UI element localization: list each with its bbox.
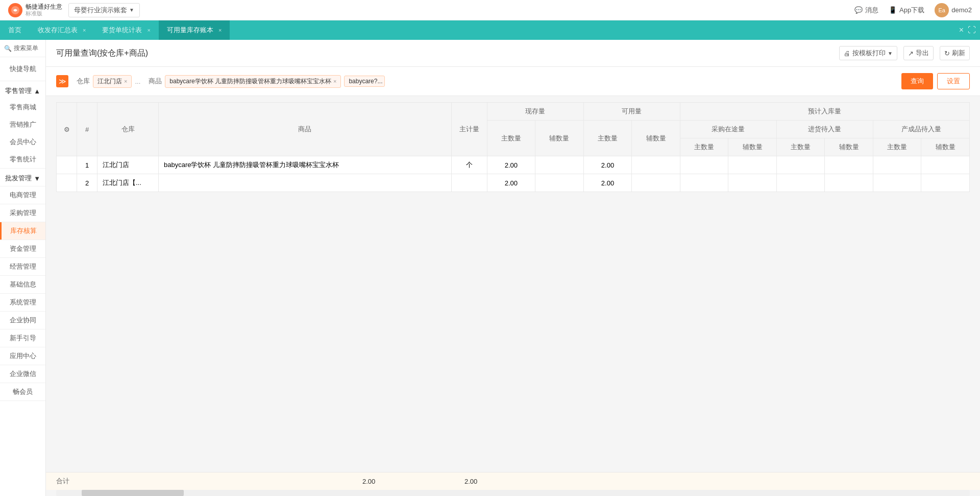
- sidebar-item-vip[interactable]: 畅会员: [0, 383, 45, 400]
- filter-toggle-button[interactable]: ≫: [56, 75, 68, 87]
- quick-nav: 快捷导航: [0, 57, 45, 81]
- col-stock-group: 现存量: [487, 103, 583, 121]
- sidebar-item-retail-stats[interactable]: 零售统计: [0, 151, 45, 168]
- sidebar: 🔍 搜索菜单 快捷导航 零售管理 ▲ 零售商城 营销推广 会员中心 零售统计 批…: [0, 40, 46, 496]
- sidebar-item-ops[interactable]: 经营管理: [0, 258, 45, 275]
- product-tag-2[interactable]: babycare?...: [344, 76, 385, 87]
- sidebar-item-inventory[interactable]: 库存核算: [0, 222, 45, 240]
- cell-incoming-main: [776, 156, 825, 174]
- search-icon: 🔍: [4, 45, 12, 52]
- tab-close-order[interactable]: ×: [147, 27, 150, 33]
- cell-product: [159, 174, 452, 192]
- chevron-up-icon: ▲: [34, 87, 40, 95]
- col-unit: 主计量: [451, 103, 487, 156]
- sidebar-item-base[interactable]: 基础信息: [0, 276, 45, 293]
- cell-rownum: 1: [77, 156, 97, 174]
- cell-stock-aux: [535, 174, 584, 192]
- tab-order[interactable]: 要货单统计表 ×: [94, 20, 158, 40]
- warehouse-more-button[interactable]: ...: [135, 78, 140, 85]
- col-incoming: 进货待入量: [776, 121, 873, 138]
- tab-close-available[interactable]: ×: [218, 27, 222, 33]
- export-button[interactable]: ↗ 导出: [903, 46, 934, 60]
- col-purchase-transit: 采购在途量: [680, 121, 776, 138]
- refresh-button[interactable]: ↻ 刷新: [940, 46, 970, 60]
- page-header-actions: 🖨 按模板打印 ▼ ↗ 导出 ↻ 刷新: [839, 46, 970, 66]
- col-production: 产成品待入量: [873, 121, 969, 138]
- tab-controls: × ⛶: [955, 20, 980, 40]
- cell-production-aux: [921, 156, 970, 174]
- message-button[interactable]: 💬 消息: [854, 6, 878, 15]
- cell-unit: 个: [451, 156, 487, 174]
- search-menu-button[interactable]: 🔍 搜索菜单: [0, 40, 45, 57]
- sidebar-item-finance[interactable]: 资金管理: [0, 240, 45, 257]
- app-download-button[interactable]: 📱 App下载: [889, 6, 924, 15]
- sidebar-wholesale-toggle[interactable]: 批发管理 ▼: [0, 169, 45, 186]
- footer-label: 合计: [56, 477, 332, 486]
- horizontal-scrollbar[interactable]: [56, 490, 970, 496]
- refresh-icon: ↻: [944, 50, 950, 57]
- chevron-down-icon: ▼: [129, 7, 134, 13]
- warehouse-tag[interactable]: 江北门店 ×: [93, 75, 132, 88]
- table-row[interactable]: 2 江北门店【... 2.00 2.00: [57, 174, 970, 192]
- table-footer: 合计 2.00 2.00: [46, 472, 980, 490]
- col-purchase-transit-main: 主数量: [680, 138, 728, 156]
- sidebar-item-system[interactable]: 系统管理: [0, 294, 45, 311]
- sidebar-item-newguide[interactable]: 新手引导: [0, 329, 45, 347]
- logo-area: 畅捷通好生意 标准版: [8, 3, 62, 17]
- filter-actions: 查询 设置: [901, 73, 970, 89]
- sidebar-item-quicknav[interactable]: 快捷导航: [0, 60, 45, 78]
- cell-production-aux: [921, 174, 970, 192]
- sidebar-section-ecom: 电商管理: [0, 186, 45, 204]
- content-area: 可用量查询(按仓库+商品) 🖨 按模板打印 ▼ ↗ 导出 ↻ 刷新 ≫: [46, 40, 980, 496]
- sidebar-item-appcenter[interactable]: 应用中心: [0, 347, 45, 365]
- scrollbar-thumb[interactable]: [82, 490, 184, 496]
- cell-purchase-transit-aux: [728, 156, 777, 174]
- tab-close-all-button[interactable]: ×: [959, 26, 964, 35]
- sidebar-item-retail-mall[interactable]: 零售商城: [0, 99, 45, 116]
- cell-purchase-transit-main: [680, 174, 728, 192]
- tab-receive[interactable]: 收发存汇总表 ×: [30, 20, 94, 40]
- col-stock-main: 主数量: [487, 121, 535, 156]
- print-icon: 🖨: [844, 50, 850, 57]
- table-container: ⚙ # 仓库 商品 主计量 现存量 可用量 预计入库量 主数量 辅数量 主数量 …: [46, 96, 980, 472]
- col-stock-aux: 辅数量: [535, 121, 584, 156]
- sidebar-item-ecom[interactable]: 电商管理: [0, 186, 45, 204]
- col-settings[interactable]: ⚙: [57, 103, 77, 156]
- sidebar-item-members[interactable]: 会员中心: [0, 133, 45, 151]
- tab-expand-button[interactable]: ⛶: [968, 26, 976, 35]
- cell-warehouse: 江北门店【...: [97, 174, 159, 192]
- settings-button[interactable]: 设置: [937, 73, 970, 89]
- industry-selector[interactable]: 母婴行业演示账套 ▼: [68, 3, 140, 17]
- template-print-button[interactable]: 🖨 按模板打印 ▼: [839, 46, 897, 60]
- tab-available[interactable]: 可用量库存账本 ×: [159, 20, 230, 40]
- cell-unit: [451, 174, 487, 192]
- export-icon: ↗: [908, 50, 914, 57]
- sidebar-retail-toggle[interactable]: 零售管理 ▲: [0, 81, 45, 99]
- product-filter-label: 商品: [149, 77, 162, 86]
- cell-rownum: 2: [77, 174, 97, 192]
- data-table: ⚙ # 仓库 商品 主计量 现存量 可用量 预计入库量 主数量 辅数量 主数量 …: [56, 102, 970, 192]
- page-title: 可用量查询(按仓库+商品): [56, 48, 148, 65]
- cell-incoming-main: [776, 174, 825, 192]
- sidebar-item-corpwx[interactable]: 企业微信: [0, 365, 45, 383]
- top-bar: 畅捷通好生意 标准版 母婴行业演示账套 ▼ 💬 消息 📱 App下载 Ea de…: [0, 0, 980, 20]
- sidebar-item-purchase[interactable]: 采购管理: [0, 204, 45, 222]
- product-tag-1[interactable]: babycare学饮杯 儿童防摔防撞吸管杯重力球吸嘴杯宝宝水杯 ×: [165, 75, 341, 88]
- table-row[interactable]: 1 江北门店 babycare学饮杯 儿童防摔防撞吸管杯重力球吸嘴杯宝宝水杯 个…: [57, 156, 970, 174]
- tab-close-receive[interactable]: ×: [83, 27, 86, 33]
- user-menu[interactable]: Ea demo2: [935, 3, 972, 17]
- tab-home[interactable]: 首页: [0, 20, 30, 40]
- sidebar-section-corp: 企业协同: [0, 312, 45, 329]
- sidebar-item-marketing[interactable]: 营销推广: [0, 116, 45, 133]
- col-production-main: 主数量: [873, 138, 921, 156]
- cell-stock-main: 2.00: [487, 156, 535, 174]
- sidebar-item-corp[interactable]: 企业协同: [0, 312, 45, 329]
- footer-available-main: 2.00: [464, 478, 516, 485]
- product-tag1-close[interactable]: ×: [333, 78, 336, 84]
- col-incoming-aux: 辅数量: [825, 138, 873, 156]
- query-button[interactable]: 查询: [901, 73, 933, 89]
- col-available-aux: 辅数量: [632, 121, 680, 156]
- cell-purchase-transit-aux: [728, 174, 777, 192]
- sidebar-section-appcenter: 应用中心: [0, 347, 45, 365]
- warehouse-tag-close[interactable]: ×: [124, 78, 127, 84]
